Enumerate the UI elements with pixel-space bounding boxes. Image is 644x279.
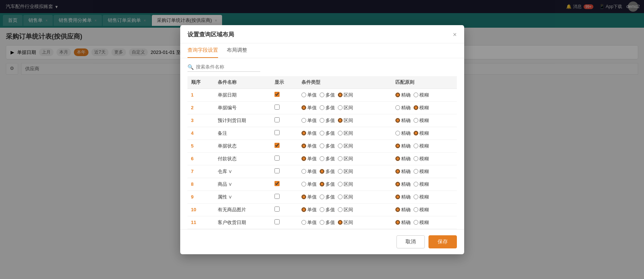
dialog-search-bar: 🔍: [180, 58, 464, 76]
settings-dialog: 设置查询区域布局 × 查询字段设置 布局调整 🔍 顺序: [180, 25, 464, 79]
col-header-show: 显示: [271, 76, 297, 79]
tab-query-fields[interactable]: 查询字段设置: [187, 43, 218, 58]
search-input-wrap: 🔍: [187, 63, 260, 72]
search-input[interactable]: [196, 64, 254, 70]
col-header-type: 条件类型: [298, 76, 392, 79]
col-header-match: 匹配原则: [392, 76, 457, 79]
dialog-header: 设置查询区域布局 ×: [180, 25, 464, 43]
dialog-tabs: 查询字段设置 布局调整: [180, 43, 464, 58]
dialog-title: 设置查询区域布局: [187, 31, 234, 39]
search-icon: 🔍: [187, 64, 194, 70]
tab-layout-adjust[interactable]: 布局调整: [227, 43, 247, 58]
col-header-order: 顺序: [187, 76, 214, 79]
col-header-name: 条件名称: [214, 76, 271, 79]
modal-overlay: 设置查询区域布局 × 查询字段设置 布局调整 🔍 顺序: [0, 0, 644, 79]
conditions-table: 顺序 条件名称 显示 条件类型 匹配原则 1单据日期单值多值区间精确模糊2单据编…: [187, 76, 457, 79]
close-dialog-button[interactable]: ×: [453, 31, 457, 39]
dialog-body: 顺序 条件名称 显示 条件类型 匹配原则 1单据日期单值多值区间精确模糊2单据编…: [180, 76, 464, 79]
